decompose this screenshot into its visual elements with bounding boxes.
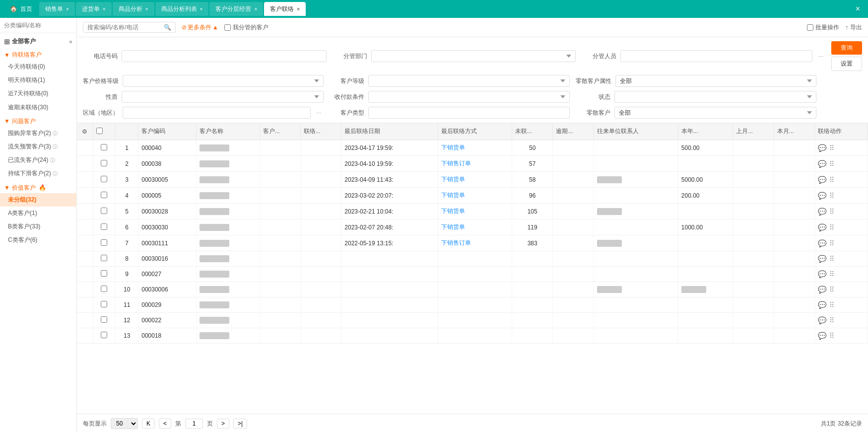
sidebar-item-class-a[interactable]: A类客户(1) — [0, 207, 76, 220]
more-action-icon[interactable]: ⠿ — [829, 223, 834, 231]
last-page-button[interactable]: >| — [233, 419, 247, 429]
close-product-analysis-list-icon[interactable]: × — [200, 6, 203, 12]
more-action-icon[interactable]: ⠿ — [829, 270, 834, 278]
th-checkbox[interactable] — [93, 123, 116, 140]
contact-method-link[interactable]: 下销售订单 — [441, 239, 471, 246]
th-this-year[interactable]: 本年... — [678, 123, 733, 140]
close-all-button[interactable]: × — [852, 4, 864, 13]
page-size-select[interactable]: 50 100 — [111, 418, 138, 429]
filter-region-input[interactable] — [123, 107, 311, 119]
close-purchase-icon[interactable]: × — [103, 6, 106, 12]
th-counterpart[interactable]: 往来单位联系人 — [594, 123, 678, 140]
sidebar-item-class-c[interactable]: C类客户(6) — [0, 233, 76, 247]
th-last-month[interactable]: 上月... — [733, 123, 774, 140]
td-checkbox[interactable] — [93, 328, 116, 344]
sidebar-search-input[interactable] — [4, 22, 77, 29]
contact-icon[interactable]: 💬 — [818, 239, 826, 247]
contact-icon[interactable]: 💬 — [818, 192, 826, 200]
filter-manager-more[interactable]: ··· — [816, 51, 825, 62]
filter-manager-input[interactable] — [620, 50, 812, 62]
next-page-button[interactable]: > — [217, 419, 229, 429]
th-customer-type[interactable]: 客户... — [260, 123, 300, 140]
row-checkbox[interactable] — [101, 255, 107, 261]
nav-tab-purchase[interactable]: 进货单 × — [76, 2, 112, 16]
contact-method-link[interactable]: 下销货单 — [441, 144, 465, 151]
sidebar-item-churn-warning[interactable]: 流失预警客户(3) ⓘ — [0, 140, 76, 153]
more-action-icon[interactable]: ⠿ — [829, 316, 834, 324]
contact-icon[interactable]: 💬 — [818, 223, 826, 231]
more-action-icon[interactable]: ⠿ — [829, 160, 834, 168]
all-customers-header[interactable]: ⊞ 全部客户 « — [0, 33, 76, 48]
more-action-icon[interactable]: ⠿ — [829, 286, 834, 293]
nav-tab-product-analysis-list[interactable]: 商品分析列表 × — [155, 2, 209, 16]
contact-icon[interactable]: 💬 — [818, 301, 826, 309]
th-overdue[interactable]: 逾期... — [553, 123, 594, 140]
row-checkbox[interactable] — [101, 239, 107, 246]
filter-dept-select[interactable] — [371, 50, 576, 62]
sidebar-item-overdue[interactable]: 逾期未联络(30) — [0, 101, 76, 114]
td-checkbox[interactable] — [93, 172, 116, 188]
filter-customer-level-select[interactable] — [368, 75, 570, 87]
more-action-icon[interactable]: ⠿ — [829, 255, 834, 263]
sidebar-item-hoarding[interactable]: 囤购异常客户(2) ⓘ — [0, 127, 76, 140]
first-page-button[interactable]: K — [142, 419, 155, 429]
td-checkbox[interactable] — [93, 204, 116, 219]
td-checkbox[interactable] — [93, 156, 116, 172]
close-customer-segment-icon[interactable]: × — [254, 6, 257, 12]
filter-region-more[interactable]: ··· — [315, 107, 324, 118]
filter-search-icon[interactable]: 🔍 — [164, 24, 171, 31]
th-last-contact-method[interactable]: 最后联络方式 — [438, 123, 512, 140]
th-this-month[interactable]: 本月... — [774, 123, 814, 140]
th-last-contact-date[interactable]: 最后联络日期 — [341, 123, 438, 140]
sidebar-item-class-b[interactable]: B类客户(33) — [0, 220, 76, 233]
row-checkbox[interactable] — [101, 301, 107, 307]
close-customer-contact-icon[interactable]: × — [297, 6, 300, 12]
sidebar-item-ungrouped[interactable]: 未分组(32) — [0, 193, 76, 207]
contact-icon[interactable]: 💬 — [818, 160, 826, 168]
row-checkbox[interactable] — [101, 144, 107, 150]
group-pending-contact[interactable]: ▼ 待联络客户 — [0, 48, 76, 60]
my-customers-checkbox[interactable] — [224, 24, 231, 31]
batch-operation-button[interactable]: 批量操作 — [807, 23, 839, 32]
batch-checkbox[interactable] — [807, 24, 813, 31]
td-checkbox[interactable] — [93, 313, 116, 328]
filter-search-input[interactable] — [87, 24, 162, 31]
nav-tab-home[interactable]: 🏠 首页 — [4, 2, 38, 16]
filter-retail-attr-select[interactable]: 全部 — [615, 75, 816, 87]
contact-icon[interactable]: 💬 — [818, 255, 826, 263]
page-number-input[interactable] — [185, 419, 203, 429]
row-checkbox[interactable] — [101, 223, 107, 230]
contact-icon[interactable]: 💬 — [818, 332, 826, 340]
nav-tab-sales[interactable]: 销售单 × — [39, 2, 75, 16]
sidebar-item-tomorrow[interactable]: 明天待联络(1) — [0, 73, 76, 87]
contact-method-link[interactable]: 下销货单 — [441, 192, 465, 199]
th-customer-name[interactable]: 客户名称 — [196, 123, 260, 140]
row-checkbox[interactable] — [101, 208, 107, 214]
contact-method-link[interactable]: 下销售订单 — [441, 160, 471, 167]
th-customer-code[interactable]: 客户编码 — [138, 123, 196, 140]
contact-method-link[interactable]: 下销货单 — [441, 176, 465, 183]
reset-button[interactable]: 设置 — [831, 57, 862, 71]
sidebar-item-declining[interactable]: 持续下滑客户(2) ⓘ — [0, 167, 76, 180]
close-product-analysis-icon[interactable]: × — [145, 6, 148, 12]
row-checkbox[interactable] — [101, 160, 107, 166]
row-checkbox[interactable] — [101, 286, 107, 292]
contact-method-link[interactable]: 下销货单 — [441, 208, 465, 215]
contact-icon[interactable]: 💬 — [818, 316, 826, 324]
more-action-icon[interactable]: ⠿ — [829, 144, 834, 152]
td-checkbox[interactable] — [93, 251, 116, 267]
query-button[interactable]: 查询 — [831, 41, 862, 55]
export-button[interactable]: ↑ 导出 — [845, 23, 862, 32]
contact-icon[interactable]: 💬 — [818, 208, 826, 216]
td-checkbox[interactable] — [93, 235, 116, 251]
row-checkbox[interactable] — [101, 176, 107, 182]
filter-phone-input[interactable] — [122, 50, 327, 62]
contact-icon[interactable]: 💬 — [818, 144, 826, 152]
row-checkbox[interactable] — [101, 192, 107, 198]
filter-retail-select[interactable]: 全部 — [614, 107, 816, 119]
nav-tab-customer-contact[interactable]: 客户联络 × — [264, 2, 306, 16]
group-value-customers[interactable]: ▼ 价值客户 🔥 — [0, 181, 76, 193]
filter-payment-select[interactable] — [368, 91, 570, 103]
more-action-icon[interactable]: ⠿ — [829, 208, 834, 216]
td-checkbox[interactable] — [93, 219, 116, 235]
